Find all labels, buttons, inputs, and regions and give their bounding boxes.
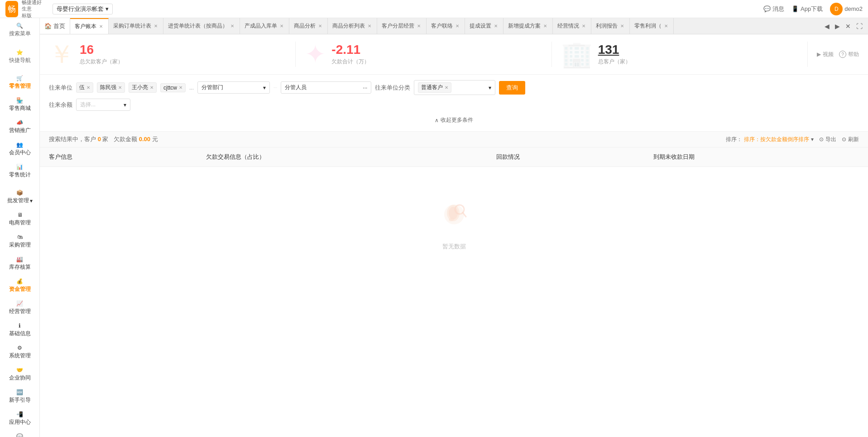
filter-row-2: 往来余额 选择... ▾	[49, 99, 859, 111]
inventory-icon: 🏭	[16, 256, 23, 262]
tab-customer-tier[interactable]: 客户分层经营 ✕	[377, 18, 427, 34]
logo-area: 畅 畅捷通好生意 标版	[5, 0, 45, 19]
tab-profit-report[interactable]: 利润报告 ✕	[591, 18, 630, 34]
tab-add-plan[interactable]: 新增提成方案 ✕	[504, 18, 553, 34]
sidebar-item-marketing[interactable]: 📣 营销推广	[0, 116, 39, 138]
tab-close-add-plan[interactable]: ✕	[542, 23, 548, 29]
sidebar-item-ecommerce[interactable]: 🖥 电商管理	[0, 208, 39, 230]
user-avatar-button[interactable]: D demo2	[830, 3, 863, 15]
export-icon: ⊙	[819, 136, 824, 142]
ecommerce-icon: 🖥	[17, 212, 23, 218]
video-link[interactable]: ▶ 视频	[817, 51, 834, 58]
sidebar-item-app-center[interactable]: 📲 应用中心	[0, 408, 39, 430]
tabs-next-button[interactable]: ▶	[833, 22, 842, 31]
export-button[interactable]: ⊙ 导出	[819, 136, 836, 143]
sidebar-item-business-mgmt[interactable]: 📈 经营管理	[0, 297, 39, 319]
tabs-expand-button[interactable]: ⛶	[854, 22, 864, 31]
filter-tag-close-3[interactable]: ✕	[150, 85, 153, 90]
tab-close-product-analysis[interactable]: ✕	[317, 23, 323, 29]
avatar: D	[830, 3, 843, 15]
dept-selector[interactable]: 分管部门 ▾	[197, 81, 270, 94]
sidebar-item-enterprise-wechat[interactable]: 💬 企业微信	[0, 430, 39, 437]
sidebar-item-finance[interactable]: 💰 资金管理	[0, 275, 39, 297]
tabs-controls: ◀ ▶ ✕ ⛶	[819, 22, 868, 31]
star-icon: ⭐	[16, 49, 23, 56]
filter-tag-close-2[interactable]: ✕	[118, 85, 122, 90]
tab-retail-profit[interactable]: 零售利润（ ✕	[630, 18, 674, 34]
filter-tag-close-1[interactable]: ✕	[86, 85, 90, 90]
table-header-row: 客户信息 欠款交易信息（占比） 回款情况 到期未收款日期	[40, 147, 868, 167]
col-customer-info: 客户信息	[40, 147, 197, 167]
sidebar-item-system-mgmt[interactable]: ⚙ 系统管理	[0, 341, 39, 363]
tab-close-operations[interactable]: ✕	[581, 23, 586, 29]
tab-customer-contact[interactable]: 客户联络 ✕	[427, 18, 465, 34]
results-bar: 搜索结果中，客户 0 家 欠款金额 0.00 元 排序： 排序：按欠款金额倒序排…	[40, 132, 868, 147]
sidebar-item-inventory[interactable]: 🏭 库存核算	[0, 252, 39, 275]
search-button[interactable]: 查询	[499, 81, 525, 95]
wholesale-icon: 📦	[16, 190, 23, 196]
category-tag-close[interactable]: ✕	[445, 85, 448, 90]
tab-close-retail-profit[interactable]: ✕	[663, 23, 669, 29]
system-icon: ⚙	[17, 345, 22, 351]
unit-category-selector[interactable]: 普通客户 ✕ ▾	[414, 80, 495, 95]
tab-production-in[interactable]: 产成品入库单 ✕	[240, 18, 289, 34]
tab-close-profit-report[interactable]: ✕	[619, 23, 625, 29]
tab-purchase-stats[interactable]: 进货单统计表（按商品） ✕	[163, 18, 240, 34]
messages-button[interactable]: 💬 消息	[763, 5, 784, 13]
col-repayment: 回款情况	[487, 147, 644, 167]
col-due-date: 到期未收款日期	[644, 147, 868, 167]
guide-icon: 🆕	[16, 389, 23, 395]
stat-right-actions: ▶ 视频 ? 帮助	[817, 51, 859, 58]
system-selector[interactable]: 母婴行业演示帐套 ▾	[53, 4, 113, 14]
tab-customers[interactable]: 客户账本 ✕	[70, 18, 109, 34]
sidebar-item-new-guide[interactable]: 🆕 新手引导	[0, 385, 39, 408]
tabs-bar: 🏠 首页 客户账本 ✕ 采购订单统计表 ✕ 进货单统计表（按商品） ✕ 产成品入…	[40, 18, 868, 34]
stat-total-customers: ￥ 16 总欠款客户（家）	[49, 42, 296, 67]
play-icon: ▶	[817, 51, 821, 57]
quick-nav-button[interactable]: ⭐ 快捷导航	[0, 46, 39, 68]
tab-purchase-orders[interactable]: 采购订单统计表 ✕	[109, 18, 163, 34]
tab-close-customers[interactable]: ✕	[98, 24, 104, 29]
sidebar-item-wholesale[interactable]: 📦 批发管理 ▾	[0, 186, 39, 208]
sidebar-item-retail-stats[interactable]: 📊 零售统计	[0, 160, 39, 182]
stat-yuan-icon: ￥	[49, 42, 74, 67]
tab-close-purchase-stats[interactable]: ✕	[230, 23, 235, 29]
tab-home[interactable]: 🏠 首页	[40, 18, 70, 34]
tab-operations[interactable]: 经营情况 ✕	[553, 18, 591, 34]
filter-tag-close-4[interactable]: ✕	[179, 85, 182, 90]
sort-selector[interactable]: 排序： 排序：按欠款金额倒序排序 ▾	[726, 136, 814, 143]
collapse-button[interactable]: ∧ 收起更多条件	[435, 116, 473, 124]
refresh-button[interactable]: ⊙ 刷新	[842, 136, 859, 143]
tab-close-product-analysis-list[interactable]: ✕	[367, 23, 372, 29]
tab-close-purchase-orders[interactable]: ✕	[153, 23, 158, 29]
filter-more-indicator[interactable]: ...	[189, 85, 194, 91]
message-icon: 💬	[763, 5, 771, 12]
sidebar-item-retail[interactable]: 🛒 零售管理	[0, 71, 39, 94]
sidebar-item-purchase[interactable]: 🛍 采购管理	[0, 230, 39, 252]
top-right-area: 💬 消息 📱 App下载 D demo2	[763, 3, 863, 15]
tabs-close-all-button[interactable]: ✕	[844, 22, 853, 31]
sidebar-search-area: 🔍 搜索菜单	[0, 18, 39, 42]
app-download-button[interactable]: 📱 App下载	[791, 5, 823, 13]
sidebar-item-retail-store[interactable]: 🏪 零售商城	[0, 94, 39, 116]
tab-close-settings[interactable]: ✕	[493, 23, 499, 29]
tab-settings[interactable]: 提成设置 ✕	[465, 18, 504, 34]
sort-icon: 排序：	[726, 136, 742, 143]
business-icon: 📈	[16, 300, 23, 307]
tabs-prev-button[interactable]: ◀	[823, 22, 831, 31]
help-icon: ?	[839, 51, 846, 58]
help-link[interactable]: ? 帮助	[839, 51, 859, 58]
retail-icon: 🛒	[16, 75, 23, 81]
tab-close-customer-contact[interactable]: ✕	[455, 23, 460, 29]
manager-selector[interactable]: 分管人员 ···	[281, 81, 371, 94]
tab-close-production-in[interactable]: ✕	[279, 23, 284, 29]
col-debt-info: 欠款交易信息（占比）	[197, 147, 487, 167]
tab-product-analysis-list[interactable]: 商品分析列表 ✕	[328, 18, 377, 34]
sidebar-item-members[interactable]: 👥 会员中心	[0, 138, 39, 160]
sidebar-item-basic-info[interactable]: ℹ 基础信息	[0, 319, 39, 341]
search-menu-button[interactable]: 🔍 搜索菜单	[4, 23, 36, 38]
tab-product-analysis[interactable]: 商品分析 ✕	[289, 18, 328, 34]
surplus-selector[interactable]: 选择... ▾	[76, 99, 130, 111]
tab-close-customer-tier[interactable]: ✕	[416, 23, 422, 29]
sidebar-item-enterprise-coop[interactable]: 🤝 企业协同	[0, 363, 39, 385]
